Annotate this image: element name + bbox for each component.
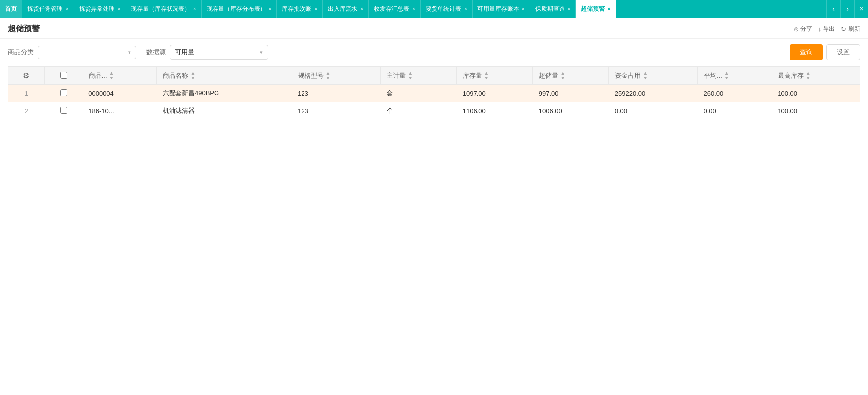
row-overstock: 1006.00: [533, 102, 609, 119]
sort-icon: ▲▼: [560, 71, 565, 80]
close-icon[interactable]: ×: [522, 6, 525, 12]
row-avg: 260.00: [697, 85, 772, 102]
column-product-name[interactable]: 商品名称 ▲▼: [157, 67, 292, 85]
sort-icon: ▲▼: [326, 71, 331, 80]
page-header: 超储预警 ⎋ 分享 ↓ 导出 ↻ 刷新: [0, 18, 868, 39]
row-checkbox[interactable]: [60, 89, 67, 96]
nav-home[interactable]: 首页: [0, 0, 22, 18]
datasource-select-value: 可用量: [175, 48, 194, 57]
table-body: 1 0000004 六配套新昌490BPG 123 套 1097.00 997.…: [8, 85, 860, 119]
refresh-icon: ↻: [841, 25, 846, 33]
row-overstock: 997.00: [533, 85, 609, 102]
sort-icon: ▲▼: [643, 71, 648, 80]
settings-button[interactable]: 设置: [826, 44, 860, 60]
close-icon[interactable]: ×: [269, 6, 272, 12]
nav-item-kucunpici[interactable]: 库存批次账 ×: [277, 0, 323, 18]
close-icon[interactable]: ×: [118, 6, 121, 12]
export-icon: ↓: [818, 25, 822, 33]
row-number: 1: [8, 85, 44, 102]
category-label: 商品分类: [8, 48, 34, 57]
row-number: 2: [8, 102, 44, 119]
row-checkbox[interactable]: [60, 107, 67, 114]
column-overstock[interactable]: 超储量 ▲▼: [533, 67, 609, 85]
row-product-code: 186-10...: [83, 102, 157, 119]
row-stock: 1097.00: [457, 85, 533, 102]
nav-item-jianhuorenwu[interactable]: 拣货任务管理 ×: [22, 0, 74, 18]
share-button[interactable]: ⎋ 分享: [794, 25, 812, 33]
category-select-value: [43, 49, 45, 56]
nav-item-keyongliang[interactable]: 可用量库存账本 ×: [473, 0, 530, 18]
sort-icon: ▲▼: [806, 71, 811, 80]
row-capital: 0.00: [609, 102, 698, 119]
page-title: 超储预警: [8, 24, 40, 34]
close-icon[interactable]: ×: [608, 6, 610, 12]
column-checkbox[interactable]: [44, 67, 83, 85]
column-product-code[interactable]: 商品... ▲▼: [83, 67, 157, 85]
nav-arrows: ‹ › ×: [826, 0, 868, 18]
datasource-label: 数据源: [146, 48, 166, 57]
header-actions: ⎋ 分享 ↓ 导出 ↻ 刷新: [794, 25, 861, 33]
row-checkbox-cell[interactable]: [44, 85, 83, 102]
row-stock: 1106.00: [457, 102, 533, 119]
row-product-name: 六配套新昌490BPG: [157, 85, 292, 102]
nav-item-chaochuyujing[interactable]: 超储预警 ×: [576, 0, 616, 18]
nav-arrow-left[interactable]: ‹: [826, 0, 840, 18]
row-avg: 0.00: [697, 102, 772, 119]
column-spec[interactable]: 规格型号 ▲▼: [292, 67, 381, 85]
sort-icon: ▲▼: [109, 71, 114, 80]
chevron-down-icon: ▾: [260, 49, 263, 56]
nav-arrow-close[interactable]: ×: [854, 0, 868, 18]
column-avg[interactable]: 平均... ▲▼: [697, 67, 772, 85]
close-icon[interactable]: ×: [193, 6, 196, 12]
chevron-down-icon: ▾: [128, 49, 131, 56]
nav-bar: 首页 拣货任务管理 × 拣货异常处理 × 现存量（库存状况表） × 现存量（库存…: [0, 0, 868, 18]
select-all-checkbox[interactable]: [60, 72, 67, 79]
close-icon[interactable]: ×: [412, 6, 415, 12]
refresh-button[interactable]: ↻ 刷新: [841, 25, 860, 33]
sort-icon: ▲▼: [190, 71, 195, 80]
category-filter-group: 商品分类 ▾: [8, 46, 136, 59]
table-row: 2 186-10... 机油滤清器 123 个 1106.00 1006.00 …: [8, 102, 860, 119]
column-stock[interactable]: 库存量 ▲▼: [457, 67, 533, 85]
nav-arrow-right[interactable]: ›: [840, 0, 854, 18]
datasource-filter-group: 数据源 可用量 ▾: [146, 45, 268, 60]
column-capital[interactable]: 资金占用 ▲▼: [609, 67, 698, 85]
close-icon[interactable]: ×: [568, 6, 571, 12]
close-icon[interactable]: ×: [360, 6, 363, 12]
row-max-stock: 100.00: [772, 102, 860, 119]
row-unit: 套: [381, 85, 457, 102]
row-spec: 123: [292, 85, 381, 102]
nav-item-xiancunliang2[interactable]: 现存量（库存分布表） ×: [202, 0, 277, 18]
gear-icon[interactable]: ⚙: [23, 71, 29, 79]
filter-area: 商品分类 ▾ 数据源 可用量 ▾ 查询 设置: [0, 39, 868, 66]
nav-item-yaohuo[interactable]: 要货单统计表 ×: [421, 0, 473, 18]
nav-item-shoufacun[interactable]: 收发存汇总表 ×: [369, 0, 421, 18]
nav-item-jianhuoyichang[interactable]: 拣货异常处理 ×: [74, 0, 126, 18]
column-max-stock[interactable]: 最高库存 ▲▼: [772, 67, 860, 85]
share-icon: ⎋: [794, 25, 798, 33]
close-icon[interactable]: ×: [314, 6, 317, 12]
datasource-select[interactable]: 可用量 ▾: [170, 45, 268, 60]
close-icon[interactable]: ×: [464, 6, 467, 12]
row-spec: 123: [292, 102, 381, 119]
query-button[interactable]: 查询: [790, 44, 823, 60]
nav-item-xiancunliang1[interactable]: 现存量（库存状况表） ×: [126, 0, 202, 18]
row-unit: 个: [381, 102, 457, 119]
row-product-code: 0000004: [83, 85, 157, 102]
close-icon[interactable]: ×: [66, 6, 69, 12]
nav-item-baozhi[interactable]: 保质期查询 ×: [530, 0, 576, 18]
nav-item-churukuliushui[interactable]: 出入库流水 ×: [323, 0, 369, 18]
sort-icon: ▲▼: [724, 71, 729, 80]
column-unit[interactable]: 主计量 ▲▼: [381, 67, 457, 85]
table-row: 1 0000004 六配套新昌490BPG 123 套 1097.00 997.…: [8, 85, 860, 102]
data-table: ⚙ 商品... ▲▼ 商品名称 ▲▼: [8, 66, 860, 119]
row-checkbox-cell[interactable]: [44, 102, 83, 119]
column-settings[interactable]: ⚙: [8, 67, 44, 85]
row-capital: 259220.00: [609, 85, 698, 102]
row-max-stock: 100.00: [772, 85, 860, 102]
sort-icon: ▲▼: [408, 71, 413, 80]
category-select[interactable]: ▾: [38, 46, 136, 59]
table-header-row: ⚙ 商品... ▲▼ 商品名称 ▲▼: [8, 67, 860, 85]
table-container: ⚙ 商品... ▲▼ 商品名称 ▲▼: [0, 66, 868, 119]
export-button[interactable]: ↓ 导出: [818, 25, 835, 33]
